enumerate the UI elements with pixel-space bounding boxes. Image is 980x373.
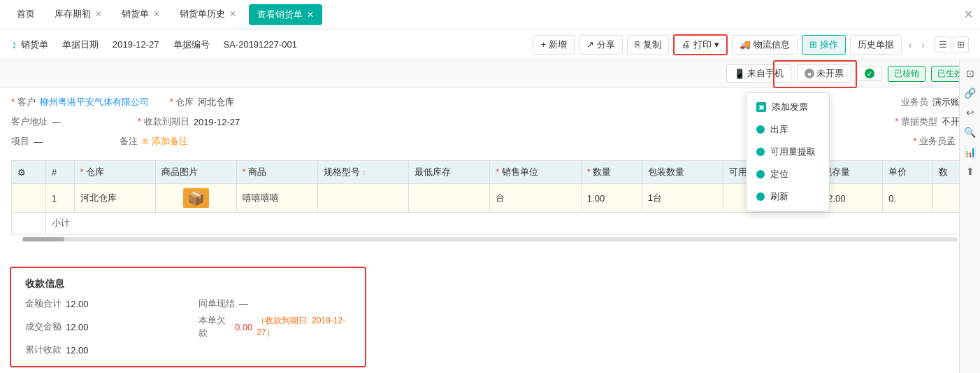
col-spec: 规格型号 ↕ bbox=[317, 161, 409, 184]
info-row-owed: 本单欠款 0.00 （收款到期日: 2019-12-27） bbox=[199, 314, 351, 339]
address-value: — bbox=[52, 117, 61, 127]
table-container: ⚙ # * 仓库 商品图片 * 商品 规格型号 ↕ 最低库存 * 销售单位 * … bbox=[0, 160, 980, 241]
doc-date-label: 单据日期 bbox=[62, 38, 99, 51]
doc-header: ↕ 销货单 单据日期 2019-12-27 单据编号 SA-20191227-0… bbox=[0, 29, 980, 60]
add-invoice-icon: ▣ bbox=[756, 102, 766, 112]
due-date-label: 收款到期日 bbox=[138, 115, 189, 128]
col-min-stock: 最低库存 bbox=[409, 161, 490, 184]
tab-sales[interactable]: 销货单 ✕ bbox=[112, 0, 170, 29]
doc-title-section: ↕ 销货单 bbox=[11, 38, 48, 51]
right-icon-6[interactable]: ⬆ bbox=[961, 162, 979, 181]
grid-view-icon[interactable]: ⊞ bbox=[953, 36, 969, 52]
doc-title-text: 销货单 bbox=[21, 38, 48, 51]
right-icon-3[interactable]: ↩ bbox=[961, 104, 979, 122]
tab-bar: 首页 库存期初 ✕ 销货单 ✕ 销货单历史 ✕ 查看销货单 ✕ ✕ bbox=[0, 0, 980, 29]
project-value: — bbox=[34, 136, 43, 147]
tab-inventory[interactable]: 库存期初 ✕ bbox=[45, 0, 112, 29]
copy-button[interactable]: ⎘ 复制 bbox=[627, 35, 669, 55]
menu-item-add-invoice[interactable]: ▣ 添加发票 bbox=[747, 96, 829, 118]
total-amount-label: 金额合计 bbox=[25, 297, 62, 310]
cell-min-stock bbox=[409, 184, 490, 213]
view-icons: ☰ ⊞ bbox=[935, 36, 969, 52]
cell-seq: 1 bbox=[45, 184, 74, 213]
right-icon-1[interactable]: ⊡ bbox=[961, 64, 979, 83]
nav-next-arrow[interactable]: › bbox=[918, 38, 928, 52]
logistics-button[interactable]: 🚚 物流信息 bbox=[732, 35, 798, 55]
tab-inventory-close[interactable]: ✕ bbox=[95, 9, 102, 19]
mobile-icon: 📱 bbox=[734, 69, 745, 79]
print-button[interactable]: 🖨 打印 ▾ bbox=[673, 34, 728, 55]
ops-button[interactable]: ⊞ 操作 bbox=[802, 35, 846, 55]
product-image: 📦 bbox=[183, 188, 209, 208]
scroll-container bbox=[11, 237, 969, 241]
add-remark-button[interactable]: ⊕ 添加备注 bbox=[142, 135, 188, 148]
right-icon-2[interactable]: 🔗 bbox=[961, 84, 979, 102]
deal-amount-value: 12.00 bbox=[66, 322, 89, 332]
refresh-icon bbox=[756, 192, 765, 201]
dropdown-menu: ▣ 添加发票 出库 可用量提取 定位 刷新 bbox=[746, 92, 830, 211]
form-section: 客户 柳州粤港平安气体有限公司 仓库 河北仓库 业务员 演示账号 客户地址 — … bbox=[0, 87, 980, 160]
cumulative-label: 累计收款 bbox=[25, 344, 62, 356]
remark-label: 备注 bbox=[120, 135, 138, 148]
customer-value[interactable]: 柳州粤港平安气体有限公司 bbox=[40, 96, 149, 108]
print-icon: 🖨 bbox=[682, 39, 691, 50]
available-qty-icon bbox=[756, 148, 765, 156]
subtotal-label: 小计 bbox=[45, 213, 968, 234]
tab-sales-history-close[interactable]: ✕ bbox=[229, 9, 236, 19]
cell-qty: 1.00 bbox=[581, 184, 642, 213]
cell-unit-price: 0. bbox=[883, 184, 933, 213]
nav-prev-arrow[interactable]: ‹ bbox=[906, 38, 915, 52]
right-icon-5[interactable]: 📊 bbox=[961, 143, 979, 161]
tab-sales-history[interactable]: 销货单历史 ✕ bbox=[170, 0, 246, 29]
check-button[interactable]: ✓ bbox=[857, 66, 882, 81]
col-seq: # bbox=[45, 161, 74, 184]
staff-label: 业务员孟 bbox=[913, 135, 956, 148]
new-button[interactable]: + 新增 bbox=[533, 35, 574, 55]
subtotal-cell bbox=[12, 213, 46, 234]
same-settlement-label: 同单现结 bbox=[199, 297, 235, 310]
window-close-button[interactable]: ✕ bbox=[964, 8, 973, 21]
menu-item-available-qty[interactable]: 可用量提取 bbox=[747, 141, 829, 163]
info-row-cumulative: 累计收款 12.00 bbox=[25, 344, 178, 356]
menu-item-locate[interactable]: 定位 bbox=[747, 163, 829, 185]
scrollbar-thumb[interactable] bbox=[22, 237, 64, 241]
cell-pack-qty: 1台 bbox=[642, 184, 723, 213]
sub-action-bar: 📱 来自手机 ● 未开票 ✓ 已核销 已生效 bbox=[0, 60, 980, 87]
owed-value: 0.00 bbox=[235, 322, 252, 332]
owed-label: 本单欠款 bbox=[199, 314, 231, 339]
doc-title-icon: ↕ bbox=[11, 38, 17, 51]
col-unit: * 销售单位 bbox=[490, 161, 582, 184]
col-settings[interactable]: ⚙ bbox=[12, 161, 46, 184]
cell-settings bbox=[12, 184, 46, 213]
due-date-value: 2019-12-27 bbox=[194, 117, 240, 127]
menu-item-out-stock[interactable]: 出库 bbox=[747, 118, 829, 141]
locate-icon bbox=[756, 170, 765, 178]
menu-item-refresh[interactable]: 刷新 bbox=[747, 185, 829, 208]
doc-number-value: SA-20191227-001 bbox=[224, 39, 298, 50]
main-area: ↕ 销货单 单据日期 2019-12-27 单据编号 SA-20191227-0… bbox=[0, 29, 980, 373]
check-icon: ✓ bbox=[865, 69, 874, 78]
right-panel: ⊡ 🔗 ↩ 🔍 📊 ⬆ ⤢ bbox=[959, 60, 980, 373]
total-amount-value: 12.00 bbox=[66, 299, 89, 309]
tab-view-sales-close[interactable]: ✕ bbox=[307, 10, 314, 20]
not-opened-button[interactable]: ● 未开票 bbox=[797, 64, 851, 83]
warehouse-field: 仓库 河北仓库 bbox=[170, 96, 235, 108]
ticket-field: 票据类型 不开票 bbox=[895, 115, 969, 128]
subtotal-row: 小计 bbox=[12, 213, 969, 234]
scrollbar-track[interactable] bbox=[22, 237, 958, 241]
owed-suffix: （收款到期日: 2019-12-27） bbox=[257, 315, 351, 339]
tab-sales-close[interactable]: ✕ bbox=[153, 9, 160, 19]
remark-field: 备注 ⊕ 添加备注 bbox=[120, 135, 188, 148]
right-icon-4[interactable]: 🔍 bbox=[961, 123, 979, 141]
from-mobile-button[interactable]: 📱 来自手机 bbox=[726, 64, 791, 83]
list-view-icon[interactable]: ☰ bbox=[935, 36, 951, 52]
tab-home[interactable]: 首页 bbox=[7, 0, 45, 29]
col-pack-qty: 包装数量 bbox=[642, 161, 723, 184]
share-button[interactable]: ↗ 分享 bbox=[579, 35, 623, 55]
sold-out-badge: 已核销 bbox=[888, 66, 925, 82]
cell-product: 嘻嘻嘻嘻 bbox=[236, 184, 317, 213]
tab-view-sales[interactable]: 查看销货单 ✕ bbox=[249, 4, 322, 25]
history-button[interactable]: 历史单据 bbox=[850, 35, 902, 55]
cumulative-value: 12.00 bbox=[66, 345, 89, 356]
payment-info-box: 收款信息 金额合计 12.00 同单现结 — 成交金额 12.00 累计收款 1… bbox=[10, 267, 366, 367]
